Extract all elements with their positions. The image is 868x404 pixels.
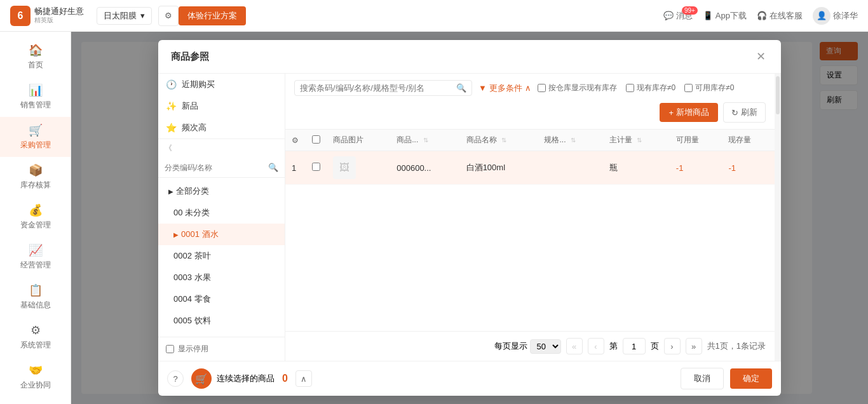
- category-item-0003[interactable]: 0003 水果: [158, 267, 285, 288]
- page-label: 第: [609, 340, 618, 352]
- th-stock[interactable]: 现存量: [722, 130, 775, 151]
- category-label: 0004 零食: [173, 293, 211, 305]
- right-panel: 🔍 ▼ 更多条件 ∧ 按仓库显示现有库存: [285, 74, 775, 361]
- search-icon[interactable]: 🔍: [456, 83, 466, 93]
- sidebar-item-guide[interactable]: 🎯 新手引导: [0, 397, 71, 404]
- th-code[interactable]: 商品... ⇅: [390, 130, 459, 151]
- prev-page-button[interactable]: ‹: [588, 338, 604, 354]
- top-nav: 6 畅捷通好生意 精英版 日太阳膜 ▾ ⚙ 体验行业方案 💬 消息 99+ 📱 …: [0, 0, 868, 32]
- online-service-nav-item[interactable]: 🎧 在线客服: [757, 10, 803, 22]
- sidebar-item-home[interactable]: 🏠 首页: [0, 37, 71, 77]
- logo-area: 6 畅捷通好生意 精英版: [10, 6, 84, 26]
- row-checkbox[interactable]: [312, 163, 320, 171]
- first-page-button[interactable]: «: [566, 338, 583, 354]
- category-label: 0003 水果: [173, 272, 211, 283]
- category-search: 🔍: [158, 158, 285, 178]
- category-search-icon[interactable]: 🔍: [268, 163, 278, 172]
- category-label: 全部分类: [176, 185, 209, 197]
- cancel-button[interactable]: 取消: [681, 368, 724, 389]
- sidebar-item-inventory[interactable]: 📦 库存核算: [0, 157, 71, 197]
- checkbox-available-label: 可用库存≠0: [695, 83, 734, 93]
- table-scrollbar[interactable]: [775, 74, 781, 361]
- category-item-all[interactable]: ▶ 全部分类: [158, 180, 285, 202]
- th-name[interactable]: 商品名称 ⇅: [460, 130, 538, 151]
- sidebar-item-finance[interactable]: 💰 资金管理: [0, 197, 71, 237]
- sidebar-item-enterprise[interactable]: 🤝 企业协同: [0, 357, 71, 397]
- store-selector[interactable]: 日太阳膜 ▾: [97, 7, 152, 25]
- frequent-label: 频次高: [182, 122, 207, 133]
- sidebar-item-operations[interactable]: 📈 经营管理: [0, 237, 71, 277]
- headset-icon: 🎧: [757, 11, 767, 20]
- category-item-0004[interactable]: 0004 零食: [158, 288, 285, 310]
- show-disabled-checkbox[interactable]: [166, 345, 174, 353]
- arrow-icon-active: ▶: [173, 231, 179, 238]
- next-page-button[interactable]: ›: [664, 338, 681, 354]
- recent-purchase-item[interactable]: 🕐 近期购买: [158, 74, 285, 95]
- question-icon: ?: [173, 374, 177, 384]
- table-toolbar: 🔍 ▼ 更多条件 ∧ 按仓库显示现有库存: [285, 74, 775, 130]
- checkbox-stock-input[interactable]: [626, 84, 634, 92]
- toolbar-right: + 新增商品 ↻ 刷新: [660, 102, 766, 123]
- product-table-area: ⚙ 商品图片 商品... ⇅ 商品名称 ⇅ 规格... ⇅ 主计量 ⇅: [285, 130, 775, 331]
- category-search-input[interactable]: [165, 163, 264, 172]
- category-item-0002[interactable]: 0002 茶叶: [158, 245, 285, 267]
- product-search-input[interactable]: [300, 83, 452, 93]
- more-filter-button[interactable]: ▼ 更多条件 ∧: [478, 83, 531, 94]
- checkbox-warehouse[interactable]: 按仓库显示现有库存: [538, 83, 617, 93]
- sidebar-item-purchase[interactable]: 🛒 采购管理: [0, 117, 71, 157]
- user-nav-item[interactable]: 👤 徐泽华: [813, 7, 858, 25]
- cart-area: 🛒 连续选择的商品 0 ∧: [191, 368, 312, 389]
- category-label: 0005 饮料: [173, 315, 211, 327]
- category-item-0001[interactable]: ▶ 0001 酒水: [158, 224, 285, 245]
- help-button[interactable]: ?: [167, 370, 184, 387]
- message-nav-item[interactable]: 💬 消息 99+: [663, 10, 693, 22]
- sidebar-item-label: 基础信息: [20, 300, 51, 311]
- chevron-down-icon: ▾: [140, 11, 145, 20]
- sidebar-item-system[interactable]: ⚙ 系统管理: [0, 317, 71, 357]
- page-number-input[interactable]: [623, 338, 646, 354]
- modal-body: 🕐 近期购买 ✨ 新品 ⭐ 频次高: [158, 74, 781, 361]
- sidebar-item-basic-info[interactable]: 📋 基础信息: [0, 277, 71, 317]
- checkbox-stock-label: 现有库存≠0: [637, 83, 675, 93]
- filter-icon: ▼: [478, 83, 487, 93]
- th-available[interactable]: 可用量: [670, 130, 722, 151]
- product-search-box: 🔍: [294, 80, 472, 96]
- row-image-cell: 🖼: [327, 151, 390, 185]
- operations-icon: 📈: [29, 243, 43, 257]
- collapse-arrow[interactable]: 《: [165, 143, 172, 154]
- category-label: 0001 酒水: [181, 229, 219, 240]
- category-item-unclassified[interactable]: 00 未分类: [158, 202, 285, 224]
- category-item-0005[interactable]: 0005 饮料: [158, 310, 285, 332]
- last-page-button[interactable]: »: [686, 338, 702, 354]
- add-product-button[interactable]: + 新增商品: [660, 103, 718, 122]
- checkbox-stock-nonzero[interactable]: 现有库存≠0: [626, 83, 675, 93]
- pagination: 每页显示 50 « ‹ 第 页 › »: [285, 331, 775, 361]
- settings-button[interactable]: ⚙: [158, 6, 179, 26]
- frequent-item[interactable]: ⭐ 频次高: [158, 117, 285, 138]
- select-all-checkbox[interactable]: [312, 135, 320, 144]
- row-spec: [538, 151, 602, 185]
- category-item-0008[interactable]: 0008 水: [158, 332, 285, 337]
- per-page-label: 每页显示: [494, 340, 527, 352]
- checkbox-warehouse-input[interactable]: [538, 84, 546, 92]
- th-spec[interactable]: 规格... ⇅: [538, 130, 602, 151]
- refresh-button[interactable]: ↻ 刷新: [723, 102, 766, 123]
- sidebar-item-label: 系统管理: [20, 340, 51, 351]
- sidebar-item-sales[interactable]: 📊 销售管理: [0, 77, 71, 117]
- th-unit[interactable]: 主计量 ⇅: [603, 130, 670, 151]
- product-image: 🖼: [333, 156, 356, 179]
- app-download-nav-item[interactable]: 📱 App下载: [703, 10, 747, 22]
- cart-icon[interactable]: 🛒: [191, 368, 212, 389]
- checkbox-available-input[interactable]: [684, 84, 693, 92]
- checkbox-available-nonzero[interactable]: 可用库存≠0: [684, 83, 734, 93]
- table-row[interactable]: 1 🖼 000600... 白酒100ml: [285, 151, 775, 185]
- per-page-dropdown[interactable]: 50: [530, 339, 561, 354]
- modal-close-button[interactable]: ✕: [753, 49, 768, 64]
- new-product-item[interactable]: ✨ 新品: [158, 95, 285, 117]
- show-disabled-row: 显示停用: [158, 337, 285, 361]
- footer-collapse-button[interactable]: ∧: [295, 370, 312, 387]
- plus-icon: +: [668, 108, 674, 118]
- sidebar-item-label: 销售管理: [20, 100, 51, 111]
- confirm-button[interactable]: 确定: [730, 368, 772, 389]
- experience-btn[interactable]: 体验行业方案: [179, 6, 246, 25]
